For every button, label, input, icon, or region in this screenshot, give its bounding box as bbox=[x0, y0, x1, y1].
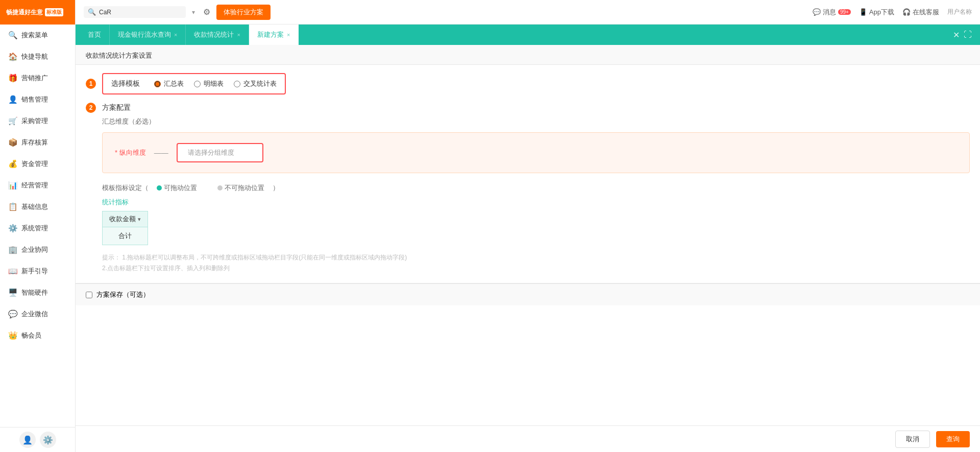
search-input[interactable] bbox=[99, 9, 176, 16]
sidebar-label-basic-info: 基础信息 bbox=[21, 202, 48, 211]
save-label: 方案保存（可选） bbox=[96, 290, 150, 299]
non-draggable-label: 不可拖动位置 bbox=[225, 183, 264, 193]
sidebar-item-inventory[interactable]: 📦 库存核算 bbox=[0, 132, 75, 153]
industry-btn[interactable]: 体验行业方案 bbox=[216, 5, 271, 20]
non-draggable-indicator: 不可拖动位置 bbox=[217, 183, 264, 193]
basic-info-icon: 📋 bbox=[8, 202, 17, 211]
wechat-icon: 💬 bbox=[8, 310, 17, 319]
logo-text: 畅捷通好生意 bbox=[6, 8, 43, 17]
tab-close-window-icon[interactable]: ✕ bbox=[953, 30, 960, 40]
sidebar-item-member[interactable]: 👑 畅会员 bbox=[0, 325, 75, 346]
dimension-section-title: 汇总维度（必选） bbox=[102, 117, 970, 126]
cancel-button[interactable]: 取消 bbox=[895, 431, 930, 448]
radio-summary[interactable]: 汇总表 bbox=[154, 79, 184, 88]
metric-chevron-icon[interactable]: ▾ bbox=[138, 216, 141, 223]
download-label: App下载 bbox=[869, 8, 894, 17]
tab-maximize-icon[interactable]: ⛶ bbox=[964, 30, 972, 39]
tab-new-plan[interactable]: 新建方案 × bbox=[249, 25, 299, 45]
tip-1: 提示： 1.拖动标题栏可以调整布局，不可跨维度或指标区域拖动栏目字段(只能在同一… bbox=[102, 253, 970, 262]
sidebar: 畅捷通好生意 标准版 🔍 搜索菜单 🏠 快捷导航 🎁 营销推广 👤 销售管理 🛒… bbox=[0, 0, 76, 452]
tab-cash-bank-close[interactable]: × bbox=[174, 32, 177, 38]
sidebar-item-wechat[interactable]: 💬 企业微信 bbox=[0, 303, 75, 325]
sidebar-item-quick-nav[interactable]: 🏠 快捷导航 bbox=[0, 46, 75, 67]
step1-row: 1 选择模板 汇总表 明细表 交叉统 bbox=[86, 73, 970, 94]
user-name[interactable]: 用户名称 bbox=[947, 8, 972, 16]
sidebar-item-enterprise[interactable]: 🏢 企业协同 bbox=[0, 239, 75, 260]
page-title: 收款情况统计方案设置 bbox=[86, 52, 152, 59]
radio-cross-input[interactable] bbox=[234, 81, 240, 87]
service-label: 在线客服 bbox=[913, 8, 939, 17]
radio-detail-input[interactable] bbox=[194, 81, 201, 87]
metric-card-collection: 收款金额 ▾ 合计 bbox=[102, 211, 148, 245]
main-section: 1 选择模板 汇总表 明细表 交叉统 bbox=[76, 65, 980, 283]
sidebar-label-member: 畅会员 bbox=[21, 331, 41, 340]
step2-title: 方案配置 bbox=[102, 103, 131, 112]
edition-badge: 标准版 bbox=[45, 8, 63, 16]
radio-detail[interactable]: 明细表 bbox=[194, 79, 224, 88]
metrics-header: 模板指标设定（ 可拖动位置 不可拖动位置 ） bbox=[102, 183, 970, 193]
message-label: 消息 bbox=[823, 8, 836, 17]
sidebar-label-sales: 销售管理 bbox=[21, 95, 48, 104]
dimension-row: * 纵向维度 —— 请选择分组维度 bbox=[115, 143, 957, 162]
gear-icon[interactable]: ⚙ bbox=[203, 7, 210, 17]
footer: 取消 查询 bbox=[76, 425, 980, 452]
tab-new-plan-close[interactable]: × bbox=[287, 32, 290, 38]
sidebar-label-marketing: 营销推广 bbox=[21, 74, 48, 83]
main-area: 🔍 ▾ ⚙ 体验行业方案 💬 消息 99+ 📱 App下载 🎧 在线客服 用户名… bbox=[76, 0, 980, 452]
sidebar-item-capital[interactable]: 💰 资金管理 bbox=[0, 153, 75, 175]
config-section: 汇总维度（必选） * 纵向维度 —— 请选择分组维度 模板指标设定（ bbox=[86, 117, 970, 273]
sidebar-item-smart-hw[interactable]: 🖥️ 智能硬件 bbox=[0, 282, 75, 303]
sidebar-item-system[interactable]: ⚙️ 系统管理 bbox=[0, 218, 75, 239]
app-download-item[interactable]: 📱 App下载 bbox=[859, 8, 894, 17]
radio-cross-label: 交叉统计表 bbox=[243, 79, 277, 88]
search-menu-icon: 🔍 bbox=[8, 31, 17, 40]
sidebar-label-enterprise: 企业协同 bbox=[21, 245, 48, 254]
sidebar-item-basic-info[interactable]: 📋 基础信息 bbox=[0, 196, 75, 218]
radio-detail-label: 明细表 bbox=[204, 79, 224, 88]
tabbar: 首页 现金银行流水查询 × 收款情况统计 × 新建方案 × ✕ ⛶ bbox=[76, 25, 980, 45]
sidebar-item-sales[interactable]: 👤 销售管理 bbox=[0, 89, 75, 110]
sidebar-bottom-icon-2[interactable]: ⚙️ bbox=[40, 432, 56, 448]
enterprise-icon: 🏢 bbox=[8, 245, 17, 254]
sidebar-item-search-menu[interactable]: 🔍 搜索菜单 bbox=[0, 25, 75, 46]
radio-summary-input[interactable] bbox=[154, 81, 161, 87]
step1-num: 1 bbox=[86, 79, 96, 89]
tab-collection-stat[interactable]: 收款情况统计 × bbox=[186, 25, 249, 45]
step1-title: 选择模板 bbox=[111, 79, 140, 88]
save-checkbox[interactable] bbox=[86, 292, 92, 298]
tab-home[interactable]: 首页 bbox=[80, 25, 110, 45]
radio-cross[interactable]: 交叉统计表 bbox=[234, 79, 277, 88]
step2-row: 2 方案配置 bbox=[86, 103, 970, 113]
radio-summary-label: 汇总表 bbox=[164, 79, 184, 88]
content-area: 收款情况统计方案设置 1 选择模板 汇总表 明细表 bbox=[76, 45, 980, 425]
sidebar-label-quick-nav: 快捷导航 bbox=[21, 52, 48, 61]
quick-nav-icon: 🏠 bbox=[8, 52, 17, 61]
service-item[interactable]: 🎧 在线客服 bbox=[902, 8, 939, 17]
smart-hw-icon: 🖥️ bbox=[8, 288, 17, 297]
dimension-area: * 纵向维度 —— 请选择分组维度 bbox=[102, 132, 970, 173]
tab-new-plan-label: 新建方案 bbox=[257, 30, 284, 39]
sidebar-item-purchase[interactable]: 🛒 采购管理 bbox=[0, 110, 75, 132]
save-section: 方案保存（可选） bbox=[76, 283, 980, 305]
message-icon: 💬 bbox=[813, 8, 821, 16]
tab-cash-bank[interactable]: 现金银行流水查询 × bbox=[110, 25, 186, 45]
sidebar-item-operations[interactable]: 📊 经营管理 bbox=[0, 175, 75, 196]
message-item[interactable]: 💬 消息 99+ bbox=[813, 8, 851, 17]
sidebar-label-inventory: 库存核算 bbox=[21, 138, 48, 147]
tab-collection-stat-close[interactable]: × bbox=[237, 32, 240, 38]
sidebar-label-guide: 新手引导 bbox=[21, 267, 48, 276]
tab-cash-bank-label: 现金银行流水查询 bbox=[118, 30, 171, 39]
sidebar-bottom-icon-1[interactable]: 👤 bbox=[19, 432, 36, 448]
metric-card-header[interactable]: 收款金额 ▾ bbox=[103, 211, 148, 227]
drag-dot-icon bbox=[157, 185, 162, 191]
metrics-section-title: 模板指标设定（ bbox=[102, 183, 149, 193]
sidebar-item-marketing[interactable]: 🎁 营销推广 bbox=[0, 67, 75, 89]
sidebar-label-operations: 经营管理 bbox=[21, 181, 48, 190]
dimension-select-box[interactable]: 请选择分组维度 bbox=[177, 143, 263, 162]
search-chevron-icon[interactable]: ▾ bbox=[192, 9, 195, 16]
inventory-icon: 📦 bbox=[8, 138, 17, 147]
member-icon: 👑 bbox=[8, 331, 17, 340]
query-button[interactable]: 查询 bbox=[936, 431, 970, 447]
sidebar-item-guide[interactable]: 📖 新手引导 bbox=[0, 260, 75, 282]
draggable-indicator: 可拖动位置 bbox=[157, 183, 197, 193]
